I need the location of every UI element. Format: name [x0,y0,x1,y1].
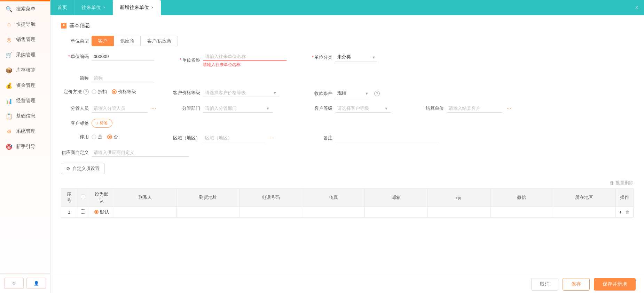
remarks-input[interactable] [335,134,440,142]
select-all-checkbox[interactable] [81,195,85,199]
settings-gear-icon: ⚙ [66,166,70,171]
col-action: 操作 [615,188,633,207]
unit-name-input[interactable] [203,52,286,61]
unit-code-field: *单位编码 [61,52,158,61]
customer-price-level-input[interactable] [203,89,280,97]
home-icon: ⌂ [6,21,13,28]
sidebar-item-newbie[interactable]: 🎯 新手引导 [0,139,50,154]
add-tag-label: + 标签 [96,120,108,126]
sidebar-item-label: 系统管理 [16,128,36,135]
row-location-input[interactable] [557,210,612,215]
tab-bar-close[interactable]: × [630,0,644,15]
tab-new-unit[interactable]: 新增往来单位 × [113,0,161,15]
sidebar-bottom-btn-2[interactable]: 👤 [26,278,46,289]
remarks-label: 备注 [305,135,332,141]
sidebar-item-search[interactable]: 🔍 搜索菜单 [0,1,50,17]
pricing-discount-option[interactable]: 折扣 [92,89,107,95]
customer-tag-field: 客户标签 + 标签 [61,119,634,128]
settlement-unit-label: 结算单位 [416,105,444,112]
settlement-unit-more-btn[interactable]: ··· [505,105,512,112]
batch-delete-icon: 🗑 [610,180,614,186]
col-address: 到货地址 [177,188,239,207]
sidebar-item-sales[interactable]: ◎ 销售管理 [0,32,50,47]
disable-yes-radio [92,135,96,139]
row-fax-input[interactable] [306,210,361,215]
sidebar-item-inventory[interactable]: 📦 库存核算 [0,63,50,78]
supplier-custom-input[interactable] [92,148,189,157]
batch-delete-label[interactable]: 批量删除 [615,180,634,186]
sidebar-bottom-btn-1[interactable]: ⚙ [4,278,24,289]
system-icon: ⚙ [6,128,13,135]
tab-new-unit-label: 新增往来单位 [120,5,149,11]
unit-type-customer-btn[interactable]: 客户 [92,36,114,46]
unit-code-label: *单位编码 [61,54,89,60]
sidebar-item-quicknav[interactable]: ⌂ 快捷导航 [0,17,50,32]
region-input[interactable] [203,134,266,142]
customer-price-level-field: 客户价格等级 ▼ [172,89,291,97]
sidebar-item-label: 库存核算 [16,67,36,73]
disable-row: 停用 是 否 区域（地区） ··· [61,134,634,142]
customer-tag-label: 客户标签 [61,120,89,127]
disable-label: 停用 [61,134,89,140]
department-input[interactable] [203,104,273,113]
unit-category-select-wrapper: 未分类 ▼ [335,52,377,62]
unit-type-both-btn[interactable]: 客户/供应商 [141,36,178,46]
manager-more-btn[interactable]: ··· [150,105,157,112]
pricing-price-level-option[interactable]: 价格等级 [112,89,136,95]
tab-new-unit-close[interactable]: × [151,5,154,10]
region-more-btn[interactable]: ··· [268,135,276,141]
disable-yes-option[interactable]: 是 [92,134,102,140]
sidebar-item-ops[interactable]: 📊 经营管理 [0,93,50,108]
sidebar-item-basic[interactable]: 📋 基础信息 [0,108,50,124]
payment-terms-help-icon[interactable]: ? [374,91,380,96]
sidebar-item-label: 搜索菜单 [16,6,36,12]
payment-terms-label: 收款条件 [305,90,332,97]
sidebar-item-finance[interactable]: 💰 资金管理 [0,78,50,93]
settlement-unit-input[interactable] [447,104,502,113]
row-delete-btn[interactable]: 🗑 [625,210,630,215]
sidebar-item-purchase[interactable]: 🛒 采购管理 [0,47,50,63]
unit-type-group: 客户 供应商 客户/供应商 [92,36,178,46]
tab-home[interactable]: 首页 [50,0,74,15]
row-contact-input[interactable] [118,210,173,215]
row-phone-input[interactable] [243,210,298,215]
customer-level-input[interactable] [335,104,391,113]
custom-settings-button[interactable]: ⚙ 自定义项设置 [61,163,105,174]
save-new-button[interactable]: 保存并新增 [594,278,636,291]
unit-type-supplier-btn[interactable]: 供应商 [114,36,141,46]
main-area: 首页 往来单位 × 新增往来单位 × × F 基本信息 单位类型 客户 供应商 … [50,0,644,293]
customer-tag-row: 客户标签 + 标签 [61,119,634,128]
unit-name-error: 请输入往来单位名称 [203,62,286,68]
contacts-table: 序号 设为默认 联系人 到货地址 电话号码 传真 邮箱 qq 微信 所在地区 操… [61,188,634,218]
abbreviation-input[interactable] [92,74,154,82]
row-wechat-input[interactable] [494,210,549,215]
content-area: F 基本信息 单位类型 客户 供应商 客户/供应商 *单位编码 *单位名称 [50,15,644,275]
save-button[interactable]: 保存 [563,278,590,291]
customer-level-field: 客户等级 ▼ [305,104,402,113]
basic-icon: 📋 [6,113,13,120]
unit-category-field: *单位分类 未分类 ▼ [305,52,634,62]
manager-input[interactable] [92,104,147,113]
tab-unit[interactable]: 往来单位 × [74,0,113,15]
pricing-row: 定价方法 ? 折扣 价格等级 客户价格等级 [61,89,634,98]
row-seq: 1 [61,207,77,218]
add-tag-button[interactable]: + 标签 [92,119,112,128]
sidebar-item-system[interactable]: ⚙ 系统管理 [0,124,50,139]
row-default-radio[interactable] [94,210,99,214]
region-label: 区域（地区） [172,135,200,141]
row-address-input[interactable] [180,210,236,215]
row-qq-input[interactable] [431,210,486,215]
cancel-button[interactable]: 取消 [531,278,558,291]
row-contact [114,207,176,218]
purchase-icon: 🛒 [6,51,13,58]
col-location: 所在地区 [553,188,615,207]
row-add-btn[interactable]: + [619,210,622,215]
unit-code-input[interactable] [92,52,154,61]
pricing-help-icon[interactable]: ? [83,89,89,95]
sales-icon: ◎ [6,36,13,43]
unit-type-label: 单位类型 [61,38,89,44]
row-email-input[interactable] [368,210,424,215]
tab-unit-close[interactable]: × [103,5,105,10]
disable-no-option[interactable]: 否 [107,134,118,140]
row-checkbox-input[interactable] [81,209,85,214]
